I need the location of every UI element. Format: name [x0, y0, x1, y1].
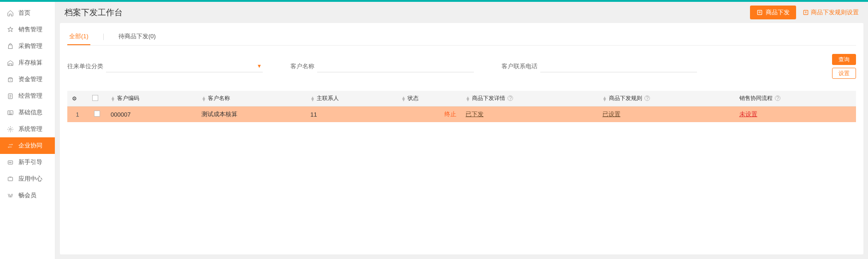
- rule-link[interactable]: 已设置: [602, 111, 620, 118]
- column-label: 商品下发详情: [472, 95, 505, 101]
- query-button[interactable]: 查询: [832, 54, 856, 65]
- sidebar-item-business[interactable]: 经营管理: [0, 88, 55, 104]
- filter-row: 往来单位分类 ▼ 客户名称 客户联系电话: [67, 46, 856, 91]
- news-icon: [6, 109, 14, 116]
- sort-icon: ▲▼: [466, 96, 470, 101]
- page-header: 档案下发工作台 商品下发 商品下发规则设置: [55, 0, 868, 23]
- sort-icon: ▲▼: [402, 96, 406, 101]
- sidebar-item-label: 企业协同: [18, 141, 42, 150]
- filter-label: 往来单位分类: [67, 62, 103, 71]
- customer-phone-input[interactable]: [540, 60, 697, 72]
- sidebar: 首页 销售管理 采购管理 库存核算 资金管理 经营管理 基础信息 系统管理: [0, 0, 55, 259]
- svg-rect-4: [8, 177, 12, 181]
- column-label: 销售协同流程: [739, 95, 773, 101]
- sidebar-item-label: 首页: [18, 9, 30, 17]
- table-row[interactable]: 1 000007 测试成本核算 11 终止 已下发 已设置 未设置: [67, 106, 856, 123]
- column-detail[interactable]: ▲▼商品下发详情 ?: [461, 91, 598, 106]
- button-label: 商品下发: [766, 8, 790, 17]
- column-name[interactable]: ▲▼客户名称: [197, 91, 306, 106]
- tab-separator: [103, 34, 104, 40]
- sidebar-item-label: 采购管理: [18, 42, 42, 50]
- sidebar-item-label: 基础信息: [18, 108, 42, 117]
- help-icon[interactable]: ?: [775, 95, 780, 101]
- swap-icon: [6, 142, 14, 149]
- sidebar-item-collaboration[interactable]: 企业协同: [0, 137, 55, 154]
- column-label: 状态: [407, 95, 419, 101]
- tab-all[interactable]: 全部(1): [67, 29, 90, 45]
- column-flow[interactable]: 销售协同流程 ?: [735, 91, 856, 106]
- rule-settings-link[interactable]: 商品下发规则设置: [803, 8, 859, 17]
- settings-button[interactable]: 设置: [832, 68, 856, 79]
- help-icon[interactable]: ?: [508, 95, 513, 101]
- filter-buttons: 查询 设置: [832, 54, 856, 79]
- cell-status: 终止: [444, 111, 456, 118]
- star-icon: [6, 26, 14, 33]
- dispatch-icon: [756, 9, 763, 16]
- vip-icon: [6, 192, 14, 199]
- cell-contact: 11: [306, 106, 396, 123]
- flow-link[interactable]: 未设置: [739, 111, 757, 118]
- sidebar-item-basic[interactable]: 基础信息: [0, 104, 55, 121]
- sidebar-item-apps[interactable]: 应用中心: [0, 171, 55, 187]
- column-status[interactable]: ▲▼状态: [397, 91, 461, 106]
- data-table: ⚙ ▲▼客户编码 ▲▼客户名称 ▲▼主联系人 ▲▼状态 ▲▼商品下发详情 ? ▲…: [67, 91, 856, 122]
- sidebar-item-home[interactable]: 首页: [0, 5, 55, 21]
- column-label: 客户编码: [117, 95, 139, 101]
- row-index: 1: [67, 106, 88, 123]
- column-gear[interactable]: ⚙: [67, 91, 88, 106]
- cell-name: 测试成本核算: [197, 106, 306, 123]
- sidebar-item-guide[interactable]: 新手引导: [0, 154, 55, 171]
- select-all-checkbox[interactable]: [92, 95, 98, 101]
- column-label: 客户名称: [208, 95, 230, 101]
- column-checkbox: [88, 91, 106, 106]
- help-icon[interactable]: ?: [644, 95, 650, 101]
- header-actions: 商品下发 商品下发规则设置: [750, 6, 859, 19]
- money-icon: [6, 76, 14, 83]
- clipboard-icon: [6, 92, 14, 100]
- sidebar-item-vip[interactable]: 畅会员: [0, 187, 55, 204]
- detail-link[interactable]: 已下发: [466, 111, 484, 118]
- sidebar-item-sales[interactable]: 销售管理: [0, 21, 55, 38]
- warehouse-icon: [6, 59, 14, 66]
- filter-category: 往来单位分类 ▼: [67, 60, 263, 72]
- new-icon: [6, 159, 14, 166]
- sidebar-item-label: 畅会员: [18, 191, 36, 200]
- sidebar-item-inventory[interactable]: 库存核算: [0, 54, 55, 71]
- tab-pending[interactable]: 待商品下发(0): [117, 29, 158, 45]
- filter-label: 客户名称: [290, 62, 314, 71]
- filter-customer-phone: 客户联系电话: [502, 60, 697, 72]
- row-checkbox[interactable]: [94, 111, 100, 117]
- bag-icon: [6, 42, 14, 50]
- column-label: 商品下发规则: [609, 95, 642, 101]
- sort-icon: ▲▼: [201, 96, 206, 101]
- content-panel: 全部(1) 待商品下发(0) 往来单位分类 ▼ 客户名称: [60, 23, 863, 254]
- column-rule[interactable]: ▲▼商品下发规则 ?: [598, 91, 735, 106]
- column-contact[interactable]: ▲▼主联系人: [306, 91, 396, 106]
- sidebar-item-label: 系统管理: [18, 125, 42, 133]
- link-label: 商品下发规则设置: [811, 8, 859, 17]
- sidebar-item-label: 资金管理: [18, 75, 42, 83]
- sidebar-item-label: 新手引导: [18, 158, 42, 166]
- sidebar-item-purchase[interactable]: 采购管理: [0, 38, 55, 54]
- filter-customer-name: 客户名称: [290, 60, 474, 72]
- gear-icon: ⚙: [72, 95, 77, 102]
- sidebar-item-label: 应用中心: [18, 175, 42, 183]
- sidebar-item-label: 销售管理: [18, 25, 42, 34]
- sidebar-item-finance[interactable]: 资金管理: [0, 71, 55, 88]
- sort-icon: ▲▼: [111, 96, 115, 101]
- column-code[interactable]: ▲▼客户编码: [106, 91, 197, 106]
- column-label: 主联系人: [317, 95, 339, 101]
- sidebar-item-label: 经营管理: [18, 92, 42, 100]
- sidebar-item-system[interactable]: 系统管理: [0, 121, 55, 137]
- sort-icon: ▲▼: [310, 96, 315, 101]
- product-dispatch-button[interactable]: 商品下发: [750, 6, 796, 19]
- top-accent-bar: [0, 0, 868, 2]
- home-icon: [6, 9, 14, 17]
- category-select[interactable]: [106, 60, 263, 72]
- customer-name-input[interactable]: [317, 60, 474, 72]
- rule-icon: [803, 9, 809, 16]
- tv-icon: [6, 175, 14, 182]
- filter-label: 客户联系电话: [502, 62, 537, 71]
- gear-icon: [6, 125, 14, 133]
- sidebar-item-label: 库存核算: [18, 59, 42, 67]
